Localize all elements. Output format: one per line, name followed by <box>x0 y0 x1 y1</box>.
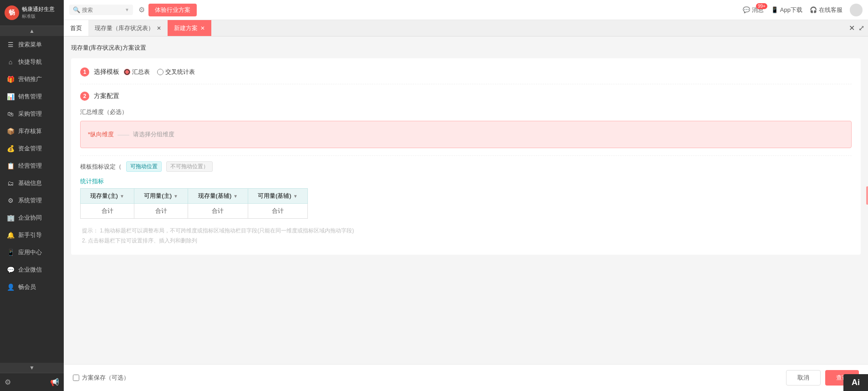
tab-home[interactable]: 首页 <box>64 20 88 36</box>
col-label-3: 可用量(基辅) <box>258 192 291 200</box>
money-icon: 💰 <box>6 144 15 153</box>
tab-actions: ✕ ⤢ <box>849 24 868 32</box>
sidebar-item-purchase[interactable]: 🛍 采购管理 <box>0 105 64 123</box>
sidebar-item-inventory[interactable]: 📦 库存核算 <box>0 123 64 140</box>
message-icon: 💬 <box>743 6 750 13</box>
tips-section: 提示： 1.拖动标题栏可以调整布局，不可跨维度或指标区域拖动栏目字段(只能在同一… <box>80 226 852 246</box>
expand-icon[interactable]: ⤢ <box>858 24 864 32</box>
phone-icon: 📱 <box>6 248 15 257</box>
sidebar-item-marketing[interactable]: 🎁 营销推广 <box>0 71 64 88</box>
user-icon: 👤 <box>6 283 15 291</box>
radio-summary-input[interactable] <box>124 69 130 75</box>
cell-1: 合计 <box>134 204 188 219</box>
app-download-button[interactable]: 📱 App下载 <box>771 6 802 14</box>
ai-badge[interactable]: Ai <box>843 374 868 391</box>
settings-icon[interactable]: ⚙ <box>5 378 11 386</box>
search-icon: 🔍 <box>73 6 80 13</box>
col-label-2: 现存量(基辅) <box>198 192 232 200</box>
building-icon: 🏢 <box>6 214 15 222</box>
sidebar-item-newbie[interactable]: 🔔 新手引导 <box>0 226 64 244</box>
sidebar-item-label: 销售管理 <box>18 93 42 101</box>
radio-cross[interactable]: 交叉统计表 <box>157 68 195 76</box>
message-badge: 99+ <box>756 3 767 9</box>
radio-cross-input[interactable] <box>157 69 163 75</box>
step2-label: 方案配置 <box>94 92 119 100</box>
headset-icon: 🎧 <box>810 6 817 13</box>
app-logo: 畅 畅康通好生意 标准版 <box>0 0 64 26</box>
vertical-hint: 请选择分组维度 <box>133 130 174 139</box>
page-title: 现存量(库存状况表)方案设置 <box>71 44 861 52</box>
sidebar-item-label: 搜索菜单 <box>18 41 42 49</box>
bell-icon: 🔔 <box>6 231 15 239</box>
sidebar-bottom: ⚙ 📢 <box>0 373 64 391</box>
save-checkbox[interactable] <box>73 375 79 381</box>
search-input[interactable] <box>82 7 123 13</box>
speaker-icon[interactable]: 📢 <box>50 378 59 386</box>
sidebar-item-search-menu[interactable]: ☰ 搜索菜单 <box>0 36 64 53</box>
step2-num: 2 <box>80 92 89 101</box>
template-setting-label: 模板指标设定（ <box>80 163 122 171</box>
sidebar-item-member[interactable]: 👤 畅会员 <box>0 278 64 296</box>
sidebar-item-label: 快捷导航 <box>18 58 42 66</box>
tip-1: 提示： 1.拖动标题栏可以调整布局，不可跨维度或指标区域拖动栏目字段(只能在同一… <box>82 226 852 236</box>
step1-label: 选择模板 <box>94 68 119 76</box>
tab-inventory-close-icon[interactable]: ✕ <box>157 25 161 31</box>
sidebar-item-label: 资金管理 <box>18 144 42 153</box>
message-button[interactable]: 💬 消息 99+ <box>743 6 764 14</box>
sidebar-item-enterprise[interactable]: 🏢 企业协同 <box>0 209 64 226</box>
tab-new-plan[interactable]: 新建方案 ✕ <box>168 20 211 36</box>
chart-icon: 📊 <box>6 93 15 101</box>
home-icon: ⌂ <box>6 58 15 66</box>
chevron-down-icon: ▼ <box>293 194 298 199</box>
radio-summary[interactable]: 汇总表 <box>124 68 150 76</box>
sidebar-item-system[interactable]: ⚙ 系统管理 <box>0 192 64 209</box>
gear-icon: ⚙ <box>6 196 15 205</box>
col-label-1: 可用量(主) <box>144 192 172 200</box>
app-edition: 标准版 <box>22 13 55 20</box>
online-service-button[interactable]: 🎧 在线客服 <box>810 6 842 14</box>
topbar-right: 💬 消息 99+ 📱 App下载 🎧 在线客服 <box>743 4 863 16</box>
step1-num: 1 <box>80 67 89 77</box>
template-radio-group: 汇总表 交叉统计表 <box>124 68 195 76</box>
table-row: 合计 合计 合计 合计 <box>81 204 308 219</box>
sidebar-item-finance[interactable]: 💰 资金管理 <box>0 140 64 157</box>
sidebar-item-sales[interactable]: 📊 销售管理 <box>0 88 64 105</box>
sidebar-item-label: 经营管理 <box>18 162 42 170</box>
sidebar-item-operations[interactable]: 📋 经营管理 <box>0 157 64 175</box>
vertical-dim-box[interactable]: *纵向维度 —— 请选择分组维度 <box>80 121 852 148</box>
sidebar-item-app-center[interactable]: 📱 应用中心 <box>0 244 64 261</box>
sidebar-item-wechat[interactable]: 💬 企业微信 <box>0 261 64 278</box>
main-area: 🔍 ▼ ⚙ 体验行业方案 💬 消息 99+ 📱 App下载 🎧 在线客服 <box>64 0 868 391</box>
close-window-icon[interactable]: ✕ <box>849 24 855 32</box>
col-header-3[interactable]: 可用量(基辅) ▼ <box>248 189 307 204</box>
col-header-0[interactable]: 现存量(主) ▼ <box>81 189 134 204</box>
radio-cross-label: 交叉统计表 <box>165 68 195 76</box>
trial-button[interactable]: 体验行业方案 <box>148 4 197 16</box>
step1-row: 1 选择模板 汇总表 交叉统计表 <box>80 67 852 77</box>
box-icon: 📦 <box>6 127 15 135</box>
dash: —— <box>117 131 129 138</box>
tab-inventory-status[interactable]: 现存量（库存状况表） ✕ <box>88 20 168 36</box>
non-draggable-badge: 不可拖动位置） <box>166 161 213 172</box>
col-header-1[interactable]: 可用量(主) ▼ <box>134 189 188 204</box>
col-header-2[interactable]: 现存量(基辅) ▼ <box>188 189 248 204</box>
summary-dim-label: 汇总维度（必选） <box>80 108 852 116</box>
sidebar-item-basic-info[interactable]: 🗂 基础信息 <box>0 175 64 192</box>
gift-icon: 🎁 <box>6 75 15 83</box>
search-box[interactable]: 🔍 ▼ <box>69 5 133 15</box>
tab-home-label: 首页 <box>70 24 82 32</box>
user-avatar[interactable] <box>850 4 863 16</box>
sidebar-item-shortcut-nav[interactable]: ⌂ 快捷导航 <box>0 53 64 71</box>
sidebar-item-label: 基础信息 <box>18 179 42 187</box>
chevron-down-icon: ▼ <box>120 194 124 199</box>
cancel-button[interactable]: 取消 <box>786 370 821 386</box>
sidebar-scroll-up[interactable]: ▲ <box>0 26 64 36</box>
save-label: 方案保存（可选） <box>82 374 129 382</box>
phone-icon: 📱 <box>771 6 778 13</box>
chevron-down-icon: ▼ <box>174 194 178 199</box>
tab-new-plan-close-icon[interactable]: ✕ <box>200 25 205 31</box>
sidebar-item-label: 采购管理 <box>18 110 42 118</box>
sidebar-scroll-down[interactable]: ▼ <box>0 363 64 373</box>
settings-icon[interactable]: ⚙ <box>138 5 145 14</box>
service-label: 在线客服 <box>819 6 842 14</box>
